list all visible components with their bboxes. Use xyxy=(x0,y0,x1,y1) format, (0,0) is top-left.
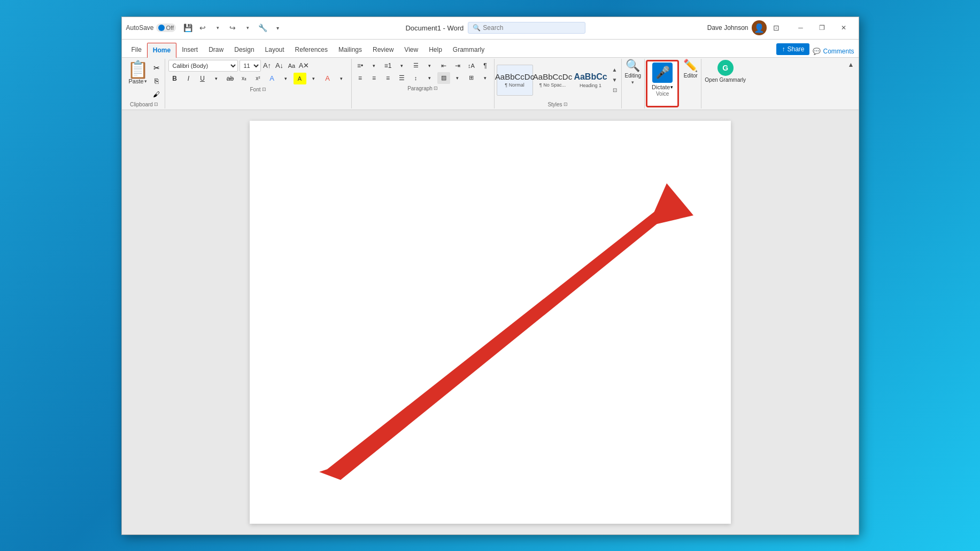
show-formatting-button[interactable]: ¶ xyxy=(479,60,492,72)
text-effects-dropdown[interactable]: ▾ xyxy=(280,73,292,84)
decrease-indent-button[interactable]: ⇤ xyxy=(437,60,450,72)
font-shrink-button[interactable]: A↓ xyxy=(274,60,285,72)
tab-draw[interactable]: Draw xyxy=(203,42,229,57)
numbering-dropdown[interactable]: ▾ xyxy=(396,60,408,72)
restore-down-icon[interactable]: ⊡ xyxy=(770,21,783,34)
tab-grammarly[interactable]: Grammarly xyxy=(447,42,490,57)
borders-dropdown[interactable]: ▾ xyxy=(479,72,492,84)
paste-dropdown[interactable]: ▾ xyxy=(144,79,147,84)
bullets-button[interactable]: ≡• xyxy=(354,60,367,72)
bold-button[interactable]: B xyxy=(168,73,181,84)
highlight-dropdown[interactable]: ▾ xyxy=(307,73,320,84)
shading-button[interactable]: ▨ xyxy=(437,72,450,84)
undo-dropdown-icon[interactable]: ▾ xyxy=(211,21,224,34)
tab-review[interactable]: Review xyxy=(367,42,399,57)
tab-view[interactable]: View xyxy=(399,42,423,57)
underline-dropdown[interactable]: ▾ xyxy=(210,73,223,84)
share-button[interactable]: ↑ Share xyxy=(776,43,809,55)
copy-button[interactable]: ⎘ xyxy=(151,75,163,87)
tab-mailings[interactable]: Mailings xyxy=(333,42,367,57)
italic-button[interactable]: I xyxy=(182,73,195,84)
comments-button[interactable]: 💬 Comments xyxy=(813,48,854,55)
format-painter-button[interactable]: 🖌 xyxy=(151,89,163,100)
numbering-button[interactable]: ≡1 xyxy=(382,60,395,72)
customize-icon[interactable]: 🔧 xyxy=(256,21,269,34)
search-box[interactable]: 🔍 xyxy=(468,22,585,34)
styles-scroll-down[interactable]: ▼ xyxy=(611,75,619,84)
tab-file[interactable]: File xyxy=(126,42,147,57)
tab-design[interactable]: Design xyxy=(229,42,259,57)
autosave-toggle[interactable]: Off xyxy=(156,24,176,32)
multilevel-button[interactable]: ☰ xyxy=(410,60,422,72)
text-effects-button[interactable]: A xyxy=(266,73,279,84)
align-center-button[interactable]: ≡ xyxy=(368,72,381,84)
font-family-select[interactable]: Calibri (Body) xyxy=(168,60,238,72)
subscript-button[interactable]: x₂ xyxy=(238,73,251,84)
styles-more[interactable]: ⊡ xyxy=(611,86,619,95)
user-area: Dave Johnson 👤 ⊡ xyxy=(707,20,783,35)
tab-insert[interactable]: Insert xyxy=(176,42,203,57)
tab-help[interactable]: Help xyxy=(423,42,447,57)
tab-references[interactable]: References xyxy=(290,42,333,57)
line-spacing-dropdown[interactable]: ▾ xyxy=(423,72,436,84)
paste-button[interactable]: 📋 Paste ▾ xyxy=(126,60,150,86)
underline-button[interactable]: U xyxy=(196,73,209,84)
increase-indent-button[interactable]: ⇥ xyxy=(451,60,464,72)
dictate-button[interactable]: 🎤 Dictate ▾ xyxy=(652,63,673,90)
change-case-button[interactable]: Aa xyxy=(286,60,298,72)
line-spacing-button[interactable]: ↕ xyxy=(410,72,422,84)
clear-formatting-button[interactable]: A✕ xyxy=(298,60,310,72)
shading-dropdown[interactable]: ▾ xyxy=(451,72,464,84)
font-size-area: 11 A↑ A↓ Aa A✕ xyxy=(240,60,310,72)
dictate-dropdown-icon[interactable]: ▾ xyxy=(670,84,673,90)
highlight-button[interactable]: A xyxy=(294,73,306,84)
multilevel-dropdown[interactable]: ▾ xyxy=(423,60,436,72)
tab-layout[interactable]: Layout xyxy=(260,42,290,57)
tab-home[interactable]: Home xyxy=(147,43,176,58)
font-grow-button[interactable]: A↑ xyxy=(261,60,273,72)
align-right-button[interactable]: ≡ xyxy=(382,72,395,84)
styles-scroll-up[interactable]: ▲ xyxy=(611,65,619,74)
font-color-button[interactable]: A xyxy=(321,73,334,84)
justify-button[interactable]: ☰ xyxy=(396,72,408,84)
style-heading1[interactable]: AaBbCc Heading 1 xyxy=(573,65,609,96)
voice-label: Voice xyxy=(656,91,669,97)
editor-button[interactable]: ✏️ Editor xyxy=(683,60,698,79)
style-normal[interactable]: AaBbCcDc ¶ Normal xyxy=(497,65,533,96)
undo-icon[interactable]: ↩ xyxy=(196,21,209,34)
style-no-spacing[interactable]: AaBbCcDc ¶ No Spac... xyxy=(535,65,571,96)
save-icon[interactable]: 💾 xyxy=(181,21,194,34)
styles-expand-icon[interactable]: ⊡ xyxy=(564,102,568,107)
document-page[interactable] xyxy=(250,121,731,524)
font-expand-icon[interactable]: ⊡ xyxy=(262,87,266,92)
minimize-button[interactable]: ─ xyxy=(790,19,812,36)
editing-icon: 🔍 xyxy=(626,60,640,72)
clipboard-expand-icon[interactable]: ⊡ xyxy=(154,102,158,107)
superscript-button[interactable]: x² xyxy=(252,73,265,84)
editor-icon: ✏️ xyxy=(683,60,698,72)
redo-dropdown-icon[interactable]: ▾ xyxy=(241,21,254,34)
paste-label: Paste xyxy=(128,78,143,84)
paste-icon: 📋 xyxy=(127,61,149,78)
ribbon-collapse[interactable]: ▲ xyxy=(846,59,856,108)
strikethrough-button[interactable]: ab xyxy=(224,73,237,84)
bullets-dropdown[interactable]: ▾ xyxy=(368,60,381,72)
sort-button[interactable]: ↕A xyxy=(465,60,478,72)
align-left-button[interactable]: ≡ xyxy=(354,72,367,84)
editor-group: ✏️ Editor xyxy=(680,59,701,108)
svg-marker-2 xyxy=(648,183,693,226)
borders-button[interactable]: ⊞ xyxy=(465,72,478,84)
font-color-dropdown[interactable]: ▾ xyxy=(335,73,348,84)
font-size-select[interactable]: 11 xyxy=(240,60,261,72)
restore-button[interactable]: ❐ xyxy=(812,19,833,36)
editing-button[interactable]: 🔍 Editing ▾ xyxy=(625,60,642,85)
paragraph-expand-icon[interactable]: ⊡ xyxy=(434,86,438,91)
open-grammarly-button[interactable]: G Open Grammarly xyxy=(705,60,746,83)
cut-button[interactable]: ✂ xyxy=(151,62,163,74)
editing-dropdown[interactable]: ▾ xyxy=(631,80,634,85)
more-icon[interactable]: ▾ xyxy=(271,21,284,34)
grammarly-group: G Open Grammarly xyxy=(701,59,749,108)
close-button[interactable]: ✕ xyxy=(833,19,854,36)
search-input[interactable] xyxy=(483,24,579,32)
redo-icon[interactable]: ↪ xyxy=(226,21,239,34)
